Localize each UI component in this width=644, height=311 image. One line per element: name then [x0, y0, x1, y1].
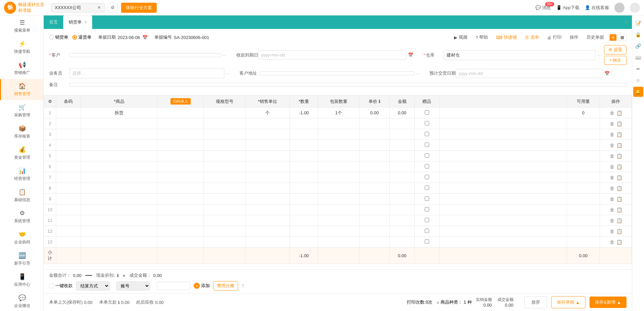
row-copy-icon[interactable]: 📋 — [616, 164, 622, 169]
row-remark[interactable] — [439, 194, 567, 204]
row-pkg-qty[interactable] — [318, 194, 359, 204]
row-barcode[interactable] — [56, 118, 81, 129]
sales-order-radio[interactable]: 销货单 — [49, 34, 68, 40]
row-amount[interactable] — [390, 204, 415, 215]
sidebar-item-app-center[interactable]: 📱应用中心 — [0, 270, 43, 291]
row-delete-icon[interactable]: 🗑 — [610, 196, 614, 202]
row-spec[interactable] — [204, 118, 245, 129]
fenyong-button[interactable]: 费用分摊 — [213, 281, 238, 290]
row-remark[interactable] — [439, 129, 567, 140]
row-remark[interactable] — [439, 151, 567, 161]
select-button[interactable]: ☰ 选单 — [522, 33, 542, 42]
remark-input[interactable] — [69, 83, 627, 87]
row-remark[interactable] — [439, 237, 567, 247]
row-spec[interactable] — [204, 194, 245, 204]
row-spec[interactable] — [204, 204, 245, 215]
row-spec[interactable] — [204, 237, 245, 247]
row-gift[interactable] — [414, 151, 439, 161]
help-button[interactable]: ? 帮助 — [473, 33, 491, 42]
row-qty[interactable] — [290, 172, 318, 183]
grid-view-button[interactable]: ⊞ — [618, 34, 627, 41]
row-remark[interactable] — [439, 161, 567, 172]
add-payment-button[interactable]: + — [194, 283, 200, 289]
row-gift[interactable] — [414, 204, 439, 215]
row-unit-price[interactable] — [359, 129, 389, 140]
row-qty[interactable] — [290, 194, 318, 204]
row-unit-price[interactable] — [359, 118, 389, 129]
row-copy-icon[interactable]: 📋 — [616, 143, 622, 148]
payment-method-select[interactable]: 结算方式 — [76, 281, 110, 290]
row-gift[interactable] — [414, 108, 439, 118]
discount-info-icon[interactable]: ℹ — [117, 273, 119, 278]
sidebar-item-search-order[interactable]: ☰搜索菜单 — [0, 15, 43, 37]
tab-home[interactable]: 首页 — [44, 15, 63, 29]
row-gift[interactable] — [414, 129, 439, 140]
row-unit[interactable] — [245, 161, 290, 172]
row-qty[interactable] — [290, 204, 318, 215]
row-copy-icon[interactable]: 📋 — [616, 110, 622, 116]
sidebar-item-purchase-mgmt[interactable]: 🛒采购管理 — [0, 100, 43, 121]
row-pkg-qty[interactable] — [318, 140, 359, 151]
row-amount[interactable] — [390, 237, 415, 247]
row-copy-icon[interactable]: 📋 — [616, 121, 622, 126]
row-delete-icon[interactable]: 🗑 — [610, 110, 614, 116]
settings-button[interactable]: ⚙ 设置 — [604, 45, 627, 54]
row-goods[interactable] — [81, 161, 157, 172]
row-qty[interactable] — [290, 226, 318, 237]
sidebar-item-operations[interactable]: 📊经营管理 — [0, 164, 43, 185]
row-remark[interactable] — [439, 108, 567, 118]
warehouse-ellipsis[interactable]: ··· — [597, 52, 601, 57]
row-amount[interactable] — [390, 151, 415, 161]
row-pkg-qty[interactable] — [318, 226, 359, 237]
row-goods[interactable] — [81, 194, 157, 204]
row-goods[interactable] — [81, 237, 157, 247]
sidebar-item-capital[interactable]: 💰资金管理 — [0, 143, 43, 164]
row-pkg-qty[interactable] — [318, 151, 359, 161]
row-pkg-qty[interactable] — [318, 183, 359, 194]
customer-addr-ellipsis[interactable]: ··· — [416, 71, 420, 76]
warehouse-input[interactable]: 建材仓 — [444, 50, 596, 60]
row-goods[interactable] — [81, 215, 157, 226]
row-qty[interactable] — [290, 161, 318, 172]
return-order-radio[interactable]: 退货单 — [72, 34, 91, 40]
row-goods[interactable] — [81, 204, 157, 215]
row-copy-icon[interactable]: 📋 — [616, 175, 622, 180]
row-qty[interactable] — [290, 215, 318, 226]
col-settings[interactable]: ⚙ — [44, 95, 56, 108]
row-amount[interactable] — [390, 215, 415, 226]
row-amount[interactable] — [390, 194, 415, 204]
save-draft-button[interactable]: 保存草稿 ▲ — [551, 296, 586, 308]
online-service-button[interactable]: 👤 在线客服 — [585, 5, 609, 11]
row-barcode[interactable] — [56, 194, 81, 204]
row-pkg-qty[interactable] — [318, 204, 359, 215]
row-amount[interactable] — [390, 129, 415, 140]
row-gift[interactable] — [414, 237, 439, 247]
sidebar-item-sales-mgmt[interactable]: 🏠销售管理 — [0, 79, 43, 100]
row-unit[interactable] — [245, 215, 290, 226]
row-copy-icon[interactable]: 📋 — [616, 186, 622, 191]
row-delete-icon[interactable]: 🗑 — [610, 207, 614, 212]
salesperson-input[interactable]: 选择... — [69, 68, 224, 78]
row-delete-icon[interactable]: 🗑 — [610, 218, 614, 223]
row-unit[interactable]: 个 — [245, 108, 290, 118]
row-spec[interactable] — [204, 161, 245, 172]
row-copy-icon[interactable]: 📋 — [616, 153, 622, 159]
row-unit[interactable] — [245, 194, 290, 204]
row-unit-price[interactable] — [359, 215, 389, 226]
row-spec[interactable] — [204, 172, 245, 183]
customer-input[interactable] — [69, 53, 221, 57]
row-qty[interactable] — [290, 118, 318, 129]
row-delete-icon[interactable]: 🗑 — [610, 121, 614, 126]
row-goods[interactable] — [81, 140, 157, 151]
row-amount[interactable] — [390, 118, 415, 129]
row-delete-icon[interactable]: 🗑 — [610, 175, 614, 180]
print-button[interactable]: 🖨 打印 — [544, 33, 564, 42]
salesperson-ellipsis[interactable]: ··· — [226, 71, 229, 76]
row-copy-icon[interactable]: 📋 — [616, 239, 622, 245]
row-unit-price[interactable] — [359, 226, 389, 237]
row-amount[interactable] — [390, 140, 415, 151]
row-unit-price[interactable] — [359, 204, 389, 215]
row-goods[interactable] — [81, 183, 157, 194]
row-unit[interactable] — [245, 151, 290, 161]
history-button[interactable]: 历史单据 — [584, 33, 607, 42]
